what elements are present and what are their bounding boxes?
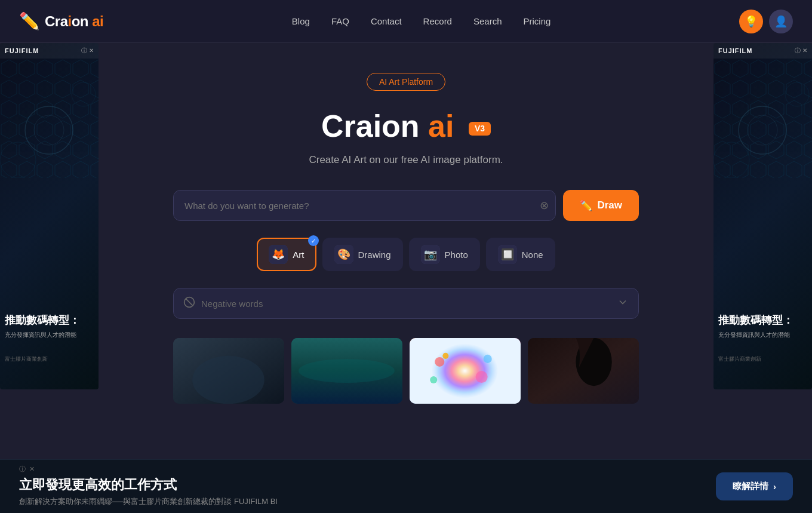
preview-image-1[interactable]: [173, 338, 284, 404]
title-white: Craion: [321, 109, 420, 143]
bottom-ad-cta-button[interactable]: 瞭解詳情 ›: [716, 472, 793, 500]
center-panel: AI Art Platform Craion ai V3 Create AI A…: [99, 43, 713, 428]
logo[interactable]: ✏️ Craion ai: [19, 11, 103, 31]
account-icon: 👤: [774, 15, 788, 28]
clear-input-button[interactable]: ⊗: [540, 199, 549, 212]
photo-tab-label: Photo: [445, 250, 468, 260]
left-ad-brand: FUJIFILM: [5, 47, 39, 54]
none-tab-icon: 🔲: [498, 245, 517, 264]
svg-point-30: [484, 355, 492, 363]
nav-contact[interactable]: Contact: [362, 11, 410, 31]
svg-text:🔲: 🔲: [501, 248, 515, 261]
left-ad-controls[interactable]: ⓘ ✕: [81, 47, 94, 55]
photo-tab-icon: 📷: [421, 245, 440, 264]
logo-pencil-icon: ✏️: [19, 11, 40, 31]
svg-point-28: [435, 357, 444, 367]
nav-blog[interactable]: Blog: [284, 11, 318, 31]
svg-text:🦊: 🦊: [272, 248, 285, 261]
hero-subtitle: Create AI Art on our free AI image platf…: [309, 154, 503, 166]
search-input-wrapper: ⊗: [173, 190, 556, 221]
svg-point-31: [476, 371, 488, 383]
preview-image-2[interactable]: [291, 338, 402, 404]
bottom-ad-close-small[interactable]: ✕: [29, 465, 35, 473]
bulb-icon: 💡: [745, 15, 758, 28]
left-ad-text: 推動數碼轉型： 充分發揮資訊與人才的潛能: [5, 314, 94, 339]
image-preview-grid: [173, 338, 639, 404]
draw-button[interactable]: ✏️ Draw: [563, 190, 639, 221]
preview-image-3[interactable]: [410, 338, 521, 404]
style-tab-photo[interactable]: 📷 Photo: [409, 238, 480, 271]
svg-rect-1: [0, 59, 99, 178]
bottom-ad-banner: ⓘ ✕ 立即發現更高效的工作方式 創新解決方案助你未雨綢繆──與富士膠片商業創新…: [0, 459, 812, 513]
bottom-ad-cta-label: 瞭解詳情: [733, 481, 768, 492]
header-actions: 💡 👤: [739, 10, 793, 33]
account-button[interactable]: 👤: [769, 10, 793, 33]
style-tabs: 🦊 Art ✓ 🎨 Drawing: [257, 238, 555, 271]
title-ai: ai: [428, 109, 454, 143]
version-badge: V3: [469, 122, 491, 136]
svg-point-32: [430, 376, 437, 383]
nav-pricing[interactable]: Pricing: [515, 11, 559, 31]
main-nav: Blog FAQ Contact Record Search Pricing: [284, 11, 559, 31]
drawing-tab-label: Drawing: [358, 250, 391, 260]
svg-point-25: [299, 359, 395, 383]
nav-faq[interactable]: FAQ: [323, 11, 358, 31]
negative-words-chevron: [617, 296, 629, 311]
platform-badge[interactable]: AI Art Platform: [367, 73, 445, 91]
negative-words-bar[interactable]: Negative words: [173, 288, 639, 319]
main-content: FUJIFILM ⓘ ✕ 推動數碼轉型： 充分發揮資訊與人才的潛能: [0, 43, 812, 513]
hero-title: Craion ai V3: [321, 107, 491, 145]
nav-search[interactable]: Search: [465, 11, 510, 31]
art-tab-icon: 🦊: [269, 245, 288, 264]
right-ad-bg-svg: [713, 59, 812, 178]
left-ad: FUJIFILM ⓘ ✕ 推動數碼轉型： 充分發揮資訊與人才的潛能: [0, 43, 99, 389]
brand-name: Craion ai: [45, 13, 103, 30]
bottom-ad-cta-arrow: ›: [773, 481, 776, 492]
left-ad-bg-svg: [0, 59, 99, 178]
negative-words-label: Negative words: [201, 299, 611, 309]
right-ad-brand: FUJIFILM: [718, 47, 753, 54]
prompt-input[interactable]: [173, 190, 556, 221]
right-ad-controls[interactable]: ⓘ ✕: [795, 47, 807, 55]
style-tab-art[interactable]: 🦊 Art ✓: [257, 238, 316, 271]
svg-point-29: [442, 353, 448, 359]
theme-toggle-button[interactable]: 💡: [739, 10, 763, 33]
svg-line-21: [186, 299, 193, 306]
none-tab-label: None: [522, 250, 543, 260]
art-tab-label: Art: [293, 250, 304, 260]
left-ad-footer: 富士膠片商業創新: [5, 355, 48, 363]
draw-pencil-icon: ✏️: [580, 199, 592, 212]
search-row: ⊗ ✏️ Draw: [173, 190, 639, 221]
right-ad-footer: 富士膠片商業創新: [718, 355, 761, 363]
svg-text:🎨: 🎨: [337, 248, 351, 261]
ad-info-icon: ⓘ: [19, 465, 26, 474]
clear-icon: ⊗: [540, 199, 549, 212]
draw-button-label: Draw: [597, 199, 622, 211]
bottom-ad-content: 立即發現更高效的工作方式 創新解決方案助你未雨綢繆──與富士膠片商業創新總裁的對…: [19, 466, 716, 507]
svg-rect-7: [713, 59, 812, 178]
right-ad-text: 推動數碼轉型： 充分發揮資訊與人才的潛能: [718, 314, 807, 339]
style-tab-none[interactable]: 🔲 None: [486, 238, 555, 271]
style-tab-drawing[interactable]: 🎨 Drawing: [322, 238, 403, 271]
bottom-ad-headline: 立即發現更高效的工作方式: [19, 476, 716, 494]
negative-words-icon: [183, 296, 195, 311]
preview-image-4[interactable]: [528, 338, 639, 404]
drawing-tab-icon: 🎨: [334, 245, 353, 264]
bottom-ad-subtext: 創新解決方案助你未雨綢繆──與富士膠片商業創新總裁的對談 FUJIFILM BI: [19, 496, 716, 507]
nav-record[interactable]: Record: [415, 11, 460, 31]
svg-text:📷: 📷: [424, 248, 438, 261]
header: ✏️ Craion ai Blog FAQ Contact Record Sea…: [0, 0, 812, 43]
svg-point-27: [432, 344, 498, 398]
art-tab-checkmark: ✓: [308, 235, 319, 246]
bottom-ad-info: ⓘ ✕: [19, 465, 35, 474]
svg-point-23: [192, 356, 264, 404]
right-ad: FUJIFILM ⓘ ✕ 推動數碼轉型： 充分發揮資訊與人才的潛能 富士: [713, 43, 812, 389]
